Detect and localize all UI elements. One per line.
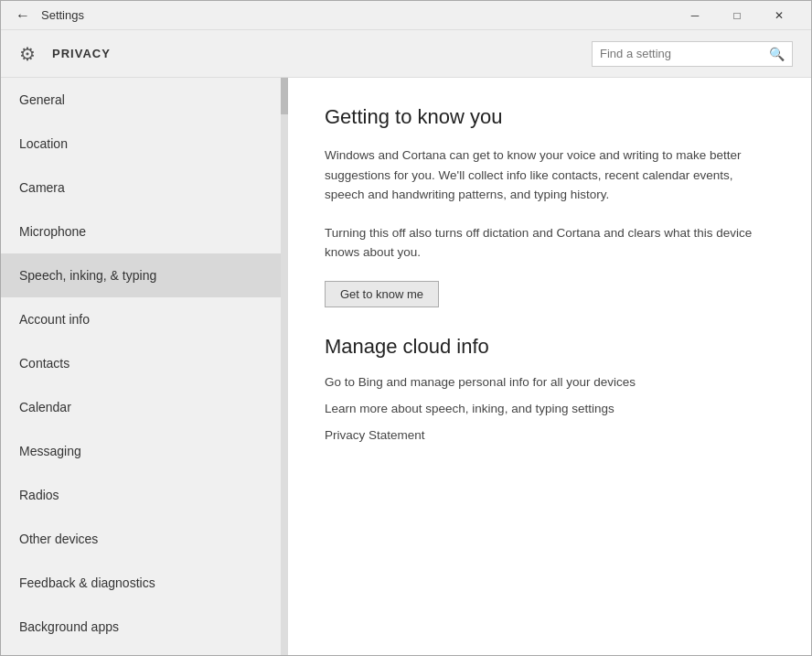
get-to-know-me-button[interactable]: Get to know me: [325, 281, 439, 307]
section1-note: Turning this off also turns off dictatio…: [325, 223, 775, 263]
section2-title: Manage cloud info: [325, 335, 775, 359]
sidebar-label-account: Account info: [19, 312, 90, 327]
bing-link[interactable]: Go to Bing and manage personal info for …: [325, 375, 775, 389]
sidebar-item-location[interactable]: Location: [1, 122, 288, 166]
sidebar-label-contacts: Contacts: [19, 356, 69, 371]
section1-title: Getting to know you: [325, 105, 775, 129]
sidebar-scrollbar[interactable]: [281, 78, 288, 656]
window-title: Settings: [41, 8, 674, 22]
sidebar-item-calendar[interactable]: Calendar: [1, 385, 288, 429]
sidebar-label-other-devices: Other devices: [19, 532, 98, 546]
sidebar-label-general: General: [19, 92, 65, 107]
sidebar-item-camera[interactable]: Camera: [1, 166, 288, 210]
sidebar-item-feedback[interactable]: Feedback & diagnostics: [1, 561, 288, 605]
back-button[interactable]: ←: [12, 5, 34, 27]
sidebar-label-radios: Radios: [19, 488, 59, 502]
sidebar-item-other-devices[interactable]: Other devices: [1, 517, 288, 561]
title-bar: ← Settings ─ □ ✕: [1, 1, 811, 30]
sidebar: General Location Camera Microphone Speec…: [1, 78, 288, 656]
search-icon: 🔍: [769, 47, 785, 61]
sidebar-item-account[interactable]: Account info: [1, 297, 288, 341]
sidebar-item-messaging[interactable]: Messaging: [1, 429, 288, 473]
sidebar-item-background[interactable]: Background apps: [1, 605, 288, 649]
sidebar-item-speech[interactable]: Speech, inking, & typing: [1, 253, 288, 297]
sidebar-label-microphone: Microphone: [19, 224, 86, 239]
minimize-button[interactable]: ─: [674, 1, 716, 30]
close-button[interactable]: ✕: [758, 1, 800, 30]
sidebar-item-microphone[interactable]: Microphone: [1, 210, 288, 253]
search-input[interactable]: [600, 47, 769, 60]
sidebar-item-general[interactable]: General: [1, 78, 288, 122]
sidebar-label-camera: Camera: [19, 180, 65, 195]
privacy-icon: ⚙: [19, 43, 41, 65]
privacy-statement-link[interactable]: Privacy Statement: [325, 428, 775, 442]
sidebar-label-feedback: Feedback & diagnostics: [19, 575, 155, 590]
sidebar-item-radios[interactable]: Radios: [1, 473, 288, 517]
page-title: PRIVACY: [52, 47, 592, 60]
back-icon: ←: [16, 7, 30, 24]
main-layout: General Location Camera Microphone Speec…: [1, 78, 811, 656]
sidebar-label-messaging: Messaging: [19, 444, 81, 458]
maximize-button[interactable]: □: [716, 1, 758, 30]
scrollbar-thumb: [281, 78, 288, 114]
content-panel: Getting to know you Windows and Cortana …: [288, 78, 811, 656]
header: ⚙ PRIVACY 🔍: [1, 30, 811, 78]
sidebar-item-contacts[interactable]: Contacts: [1, 341, 288, 385]
section1-description: Windows and Cortana can get to know your…: [325, 145, 775, 205]
search-box: 🔍: [592, 41, 793, 67]
sidebar-label-location: Location: [19, 136, 68, 151]
sidebar-label-background: Background apps: [19, 619, 119, 634]
sidebar-label-calendar: Calendar: [19, 400, 71, 414]
sidebar-label-speech: Speech, inking, & typing: [19, 268, 156, 283]
window-controls: ─ □ ✕: [674, 1, 800, 30]
speech-settings-link[interactable]: Learn more about speech, inking, and typ…: [325, 402, 775, 415]
